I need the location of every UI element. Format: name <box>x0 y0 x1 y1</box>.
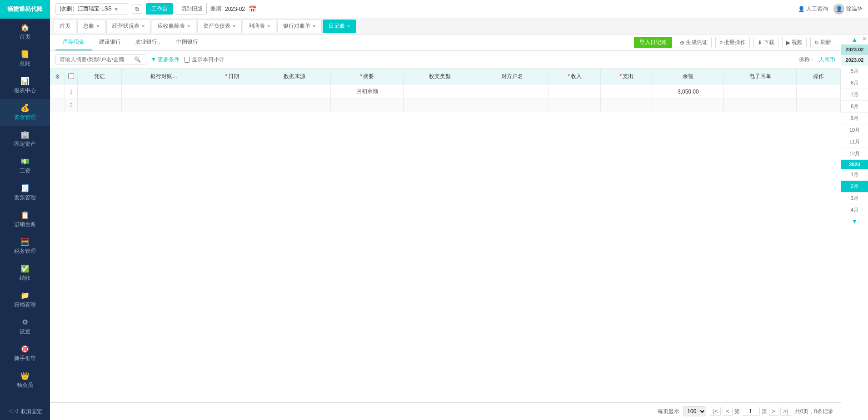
sidebar-item-tax[interactable]: 🧮 税务管理 <box>0 233 50 260</box>
tab-ledger[interactable]: 总账 ✕ <box>77 20 105 33</box>
show-daily-checkbox-wrap[interactable]: 显示本日小计 <box>184 56 224 64</box>
search-icon[interactable]: 🔍 <box>134 56 141 63</box>
avatar-icon: 👤 <box>836 6 843 12</box>
batch-op-button[interactable]: ≡ 批量操作 <box>715 37 750 48</box>
sidebar-item-settings[interactable]: ⚙ 设置 <box>0 313 50 340</box>
tab-ar-aging[interactable]: 应收账龄表 ✕ <box>152 20 196 33</box>
col-voucher: 凭证 <box>78 69 122 84</box>
generate-voucher-button[interactable]: ⊕ 生成凭证 <box>676 37 712 48</box>
download-label: 下载 <box>763 39 774 46</box>
sub-tab-cash-label: 库存现金 <box>63 39 85 45</box>
customer-service[interactable]: 👤 人工咨询 <box>798 5 828 13</box>
tab-ar-aging-close[interactable]: ✕ <box>187 24 190 29</box>
tab-ledger-close[interactable]: ✕ <box>96 24 100 29</box>
sidebar-item-payroll[interactable]: 💵 工资 <box>0 153 50 179</box>
date-month-6[interactable]: 6月 <box>841 77 868 89</box>
date-month-11[interactable]: 11月 <box>841 136 868 148</box>
total-records: 共0页，0条记录 <box>795 408 833 415</box>
sidebar-item-member[interactable]: 👑 畅会员 <box>0 367 50 394</box>
row-counterpart-cell <box>476 84 549 99</box>
sub-tab-boc[interactable]: 中国银行 <box>169 35 205 50</box>
sidebar-item-label: 首页 <box>20 33 30 41</box>
date-month-5[interactable]: 5月 <box>841 65 868 77</box>
more-filter-label: 更多条件 <box>158 56 180 64</box>
member-icon: 👑 <box>20 371 30 380</box>
sub-tab-abc-label: 农业银行... <box>135 39 162 45</box>
col-checkbox[interactable] <box>65 69 78 84</box>
tab-journal[interactable]: 日记账 ✕ <box>323 20 356 33</box>
unpin-button[interactable]: ◁◁ 取消固定 <box>0 403 50 420</box>
tab-balance-sheet-close[interactable]: ✕ <box>232 24 236 29</box>
date-month-2[interactable]: 2月 <box>841 181 868 193</box>
table-settings-icon[interactable]: ⚙ <box>55 74 60 80</box>
workspace-button[interactable]: 工作台 <box>146 3 173 15</box>
download-button[interactable]: ⬇ 下载 <box>753 37 778 48</box>
tab-income[interactable]: 利润表 ✕ <box>243 20 276 33</box>
sidebar-item-ledger[interactable]: 📒 总账 <box>0 45 50 72</box>
currency-value[interactable]: 人民币 <box>819 56 835 64</box>
user-info[interactable]: 👤 徐温华 <box>833 4 863 15</box>
date-month-1[interactable]: 1月 <box>841 169 868 181</box>
col-settings[interactable]: ⚙ <box>50 69 65 84</box>
sidebar-item-finance[interactable]: 💰 资金管理 <box>0 99 50 126</box>
page-input[interactable] <box>742 407 760 416</box>
show-daily-checkbox[interactable] <box>184 57 190 63</box>
date-month-8[interactable]: 8月 <box>841 101 868 113</box>
sidebar-item-inout[interactable]: 📋 进销台账 <box>0 206 50 233</box>
calendar-icon[interactable]: 📅 <box>249 5 256 13</box>
date-month-3[interactable]: 3月 <box>841 193 868 204</box>
sidebar-item-label: 设置 <box>20 328 30 336</box>
tab-home[interactable]: 首页 <box>54 20 76 33</box>
date-month-9[interactable]: 9月 <box>841 113 868 124</box>
date-year-top1: 2023.02 <box>841 44 868 55</box>
date-panel-down-nav[interactable]: ▼ <box>841 216 868 226</box>
sub-tab-boc-label: 中国银行 <box>176 39 198 45</box>
tabs-bar: 首页 总账 ✕ 经营状况表 ✕ 应收账龄表 ✕ 资产负债表 ✕ 利润表 ✕ 银行… <box>50 18 868 35</box>
batch-op-label: 批量操作 <box>724 39 746 46</box>
search-input[interactable] <box>60 56 132 63</box>
date-panel-close[interactable]: ✕ <box>862 35 867 42</box>
old-version-button[interactable]: 切到旧版 <box>177 3 207 15</box>
company-selector[interactable]: (勿删）江西瑞宝-LSS ▼ <box>55 3 128 15</box>
sidebar-item-invoice[interactable]: 🧾 发票管理 <box>0 179 50 206</box>
tab-balance-sheet[interactable]: 资产负债表 ✕ <box>197 20 242 33</box>
sidebar-item-home[interactable]: 🏠 首页 <box>0 19 50 45</box>
col-bank-match: 银行对账... <box>121 69 206 84</box>
video-icon: ▶ <box>786 40 790 46</box>
select-all-checkbox[interactable] <box>68 73 74 79</box>
page-size-select[interactable]: 100 50 200 <box>683 406 706 416</box>
refresh-button[interactable]: ↻ 刷新 <box>810 37 835 48</box>
last-page-button[interactable]: >| <box>780 407 791 416</box>
tab-income-close[interactable]: ✕ <box>267 24 270 29</box>
next-page-button[interactable]: > <box>769 407 778 416</box>
date-month-10[interactable]: 10月 <box>841 124 868 136</box>
sidebar-item-assets[interactable]: 🏢 固定资产 <box>0 126 50 153</box>
row-counterpart-cell <box>476 99 549 112</box>
date-month-12[interactable]: 12月 <box>841 148 868 160</box>
date-month-7[interactable]: 7月 <box>841 89 868 101</box>
video-button[interactable]: ▶ 视频 <box>782 37 807 48</box>
import-journal-button[interactable]: 导入日记账 <box>634 37 672 48</box>
finance-icon: 💰 <box>20 104 30 112</box>
sub-tab-cash[interactable]: 库存现金 <box>55 35 92 50</box>
more-filter-button[interactable]: ▼ 更多条件 <box>151 56 180 64</box>
tab-journal-close[interactable]: ✕ <box>347 24 350 29</box>
sidebar-item-reports[interactable]: 📊 报表中心 <box>0 72 50 99</box>
sub-tab-ccb[interactable]: 建设银行 <box>92 35 128 50</box>
first-page-button[interactable]: |< <box>710 407 721 416</box>
tab-business-status[interactable]: 经营状况表 ✕ <box>106 20 151 33</box>
sidebar-item-archive[interactable]: 📁 归档管理 <box>0 287 50 313</box>
row-expense-cell <box>601 84 653 99</box>
tab-business-status-close[interactable]: ✕ <box>141 24 145 29</box>
date-month-4[interactable]: 4月 <box>841 204 868 216</box>
sidebar-item-close[interactable]: ✅ 结账 <box>0 260 50 287</box>
col-payment-type: 收支类型 <box>404 69 476 84</box>
tab-bank-reconcile[interactable]: 银行对账单 ✕ <box>277 20 322 33</box>
sidebar-item-label: 结账 <box>20 274 30 282</box>
row-balance-cell <box>653 99 723 112</box>
tab-bank-reconcile-close[interactable]: ✕ <box>312 24 316 29</box>
prev-page-button[interactable]: < <box>723 407 732 416</box>
copy-company-button[interactable]: ⧉ <box>132 5 142 14</box>
sub-tab-abc[interactable]: 农业银行... <box>128 35 169 50</box>
sidebar-item-guide[interactable]: 🎯 新手引导 <box>0 340 50 367</box>
